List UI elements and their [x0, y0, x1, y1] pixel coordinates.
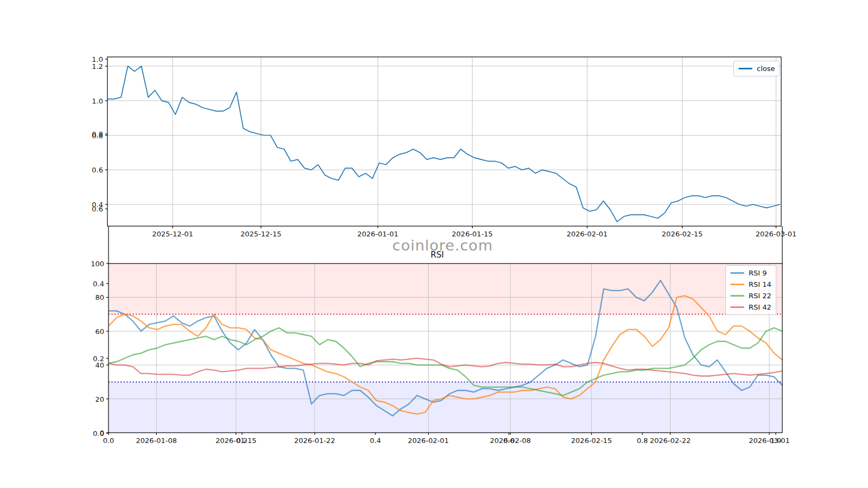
phantom-x-tick-label: 0.0: [103, 436, 114, 445]
price-x-tick-label: 2026-01-15: [452, 230, 493, 238]
rsi-oversold-band: [108, 382, 782, 433]
phantom-y-tick-label: 0.8: [92, 130, 103, 138]
rsi-x-tick-label: 2026-01-08: [136, 436, 177, 445]
phantom-x-tick-label: 0.6: [503, 436, 515, 445]
rsi-x-tick-label: 2026-02-22: [650, 436, 691, 445]
price-y-tick-label: 1.0: [92, 97, 103, 105]
phantom-y-tick-label: 0.4: [93, 280, 104, 288]
rsi-x-tick-label: 2026-03-01: [749, 436, 790, 445]
rsi-y-tick-label: 100: [91, 260, 104, 268]
legend-line-swatch: [730, 306, 744, 308]
rsi-legend: RSI 9RSI 14RSI 22RSI 42: [725, 265, 776, 315]
rsi-title: RSI: [431, 250, 444, 260]
legend-entry: RSI 9: [730, 267, 771, 279]
rsi-x-tick-label: 2026-02-15: [571, 436, 612, 445]
rsi-y-tick-label: 20: [95, 395, 104, 403]
price-legend: close: [733, 61, 780, 76]
legend-entry: close: [738, 63, 775, 74]
price-axes-frame: [107, 57, 781, 226]
price-x-tick-label: 2026-02-01: [567, 230, 608, 238]
rsi-y-tick-label: 80: [95, 293, 104, 301]
price-x-tick-label: 2025-12-15: [240, 230, 282, 238]
legend-label: RSI 22: [749, 292, 771, 300]
legend-label: RSI 42: [749, 303, 771, 311]
rsi-overbought-band: [108, 264, 782, 314]
phantom-y-tick-label: 0.2: [93, 355, 104, 363]
price-y-tick-label: 1.2: [92, 62, 103, 70]
phantom-x-tick-label: 0.4: [370, 436, 381, 445]
rsi-y-tick-label: 60: [95, 327, 104, 335]
legend-line-swatch: [738, 68, 752, 69]
price-x-tick-label: 2026-01-01: [358, 230, 399, 238]
price-x-tick-label: 2026-02-15: [662, 230, 703, 238]
legend-label: RSI 9: [749, 269, 767, 277]
legend-entry: RSI 22: [730, 290, 771, 301]
price-x-tick-label: 2025-12-01: [152, 230, 193, 238]
legend-label: close: [757, 65, 775, 73]
phantom-x-tick-label: 0.2: [237, 436, 248, 445]
legend-line-swatch: [730, 272, 744, 274]
phantom-x-tick-label: 1.0: [770, 436, 782, 445]
rsi-x-tick-label: 2026-01-22: [294, 436, 335, 445]
price-x-tick-label: 2026-03-01: [756, 230, 797, 238]
legend-entry: RSI 42: [730, 301, 771, 313]
phantom-x-tick-label: 0.8: [637, 436, 648, 445]
price-y-tick-label: 0.6: [92, 166, 103, 174]
figure: coinlore.com RSI close RSI 9RSI 14RSI 22…: [0, 0, 868, 488]
legend-label: RSI 14: [749, 280, 771, 288]
rsi-x-tick-label: 2026-02-01: [408, 436, 449, 445]
close-line: [107, 66, 780, 222]
phantom-y-tick-label: 1.0: [92, 55, 103, 63]
phantom-y-tick-label: 0.6: [92, 205, 103, 213]
legend-entry: RSI 14: [730, 279, 771, 290]
legend-line-swatch: [730, 295, 744, 297]
legend-line-swatch: [730, 284, 744, 285]
